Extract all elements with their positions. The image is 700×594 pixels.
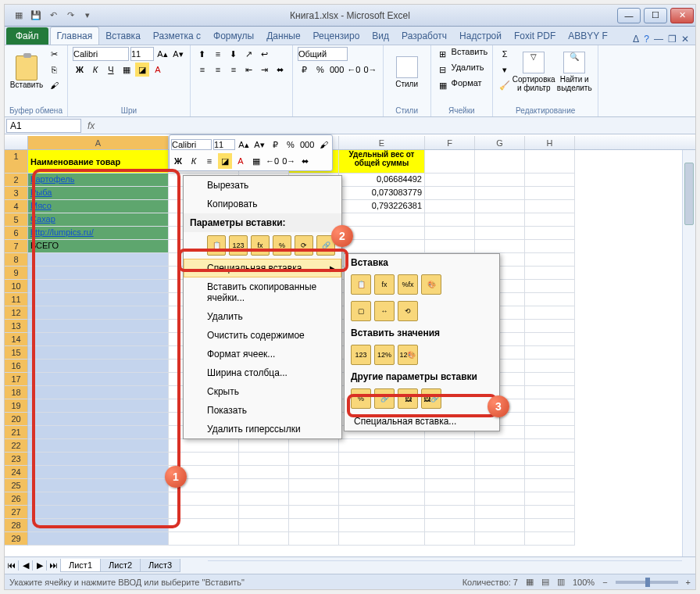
font-color-icon[interactable]: A — [151, 63, 165, 77]
cell[interactable] — [525, 373, 575, 386]
cell[interactable]: 0,073083779 — [339, 187, 425, 200]
cell[interactable] — [28, 386, 169, 399]
cell[interactable] — [169, 439, 239, 453]
cell[interactable] — [339, 240, 425, 253]
ctx-paste-special[interactable]: Специальная вставка...▶ — [184, 259, 341, 277]
cell[interactable] — [525, 187, 575, 200]
cell[interactable] — [525, 399, 575, 413]
zoom-in-icon[interactable]: + — [686, 578, 691, 587]
delete-cells-button[interactable]: Удалить — [452, 63, 484, 77]
row-header[interactable]: 14 — [5, 333, 28, 346]
cell[interactable] — [425, 453, 475, 466]
view-normal-icon[interactable]: ▦ — [526, 577, 534, 587]
paste-values-icon[interactable]: 123 — [229, 235, 248, 256]
fill-color-icon[interactable]: ◪ — [135, 63, 149, 77]
cell[interactable] — [475, 227, 525, 240]
vertical-scrollbar[interactable] — [682, 150, 695, 556]
grow-font-icon[interactable]: A▴ — [155, 47, 170, 61]
sub-values-icon[interactable]: 123 — [351, 345, 371, 365]
indent-inc-icon[interactable]: ⇥ — [258, 63, 272, 77]
cell[interactable] — [425, 174, 475, 187]
cell[interactable] — [425, 240, 475, 253]
clear-icon[interactable]: 🧹 — [498, 78, 512, 92]
align-bottom-icon[interactable]: ⬇ — [227, 47, 241, 61]
sheet-tab-2[interactable]: Лист2 — [100, 559, 141, 572]
cell[interactable] — [525, 519, 575, 532]
inc-decimal-icon[interactable]: ←0 — [346, 63, 361, 77]
mini-shrink-font-icon[interactable]: A▾ — [252, 137, 266, 152]
sort-filter-button[interactable]: ▽ Сортировка и фильтр — [515, 47, 552, 97]
row-header[interactable]: 4 — [5, 200, 28, 213]
cell[interactable] — [425, 532, 475, 546]
sheet-nav-next[interactable]: ▶ — [33, 560, 47, 571]
percent-icon[interactable]: % — [313, 63, 327, 77]
cell[interactable] — [525, 426, 575, 439]
mini-bold-icon[interactable]: Ж — [171, 153, 185, 169]
ctx-insert-cells[interactable]: Вставить скопированные ячейки... — [184, 277, 341, 307]
sub-paste-noborder-icon[interactable]: ▢ — [351, 301, 371, 321]
mini-percent-icon[interactable]: % — [284, 137, 298, 152]
cell[interactable]: Удельный вес от общей суммы — [339, 150, 425, 174]
redo-icon[interactable]: ↷ — [62, 8, 78, 23]
wrap-text-icon[interactable]: ↩ — [258, 47, 272, 61]
row-header[interactable]: 13 — [5, 320, 28, 333]
row-header[interactable]: 20 — [5, 413, 28, 426]
sub-paste-colwidth-icon[interactable]: ↔ — [374, 301, 395, 321]
ctx-copy[interactable]: Копировать — [184, 195, 341, 213]
bold-icon[interactable]: Ж — [73, 63, 87, 77]
zoom-out-icon[interactable]: − — [602, 578, 607, 587]
doc-close-icon[interactable]: ✕ — [681, 34, 689, 45]
cell[interactable] — [339, 213, 425, 227]
cell[interactable] — [425, 506, 475, 519]
cell[interactable] — [289, 453, 339, 466]
mini-merge-icon[interactable]: ⬌ — [298, 153, 312, 169]
ctx-col-width[interactable]: Ширина столбца... — [184, 363, 341, 382]
select-all-corner[interactable] — [5, 136, 28, 149]
col-header-a[interactable]: A — [28, 136, 169, 149]
row-header[interactable]: 19 — [5, 399, 28, 413]
row-header[interactable]: 1 — [5, 150, 28, 174]
sub-paste-special-item[interactable]: Специальная вставка... — [345, 412, 499, 431]
format-cells-button[interactable]: Формат — [452, 78, 482, 92]
align-top-icon[interactable]: ⬆ — [195, 47, 209, 61]
cell[interactable] — [339, 492, 425, 506]
sheet-nav-last[interactable]: ⏭ — [47, 560, 61, 571]
tab-abbyy[interactable]: ABBYY F — [562, 27, 613, 45]
cell[interactable] — [525, 439, 575, 453]
cell[interactable] — [475, 439, 525, 453]
mini-fill-icon[interactable]: ◪ — [218, 153, 232, 169]
cell[interactable] — [425, 187, 475, 200]
mini-format-painter-icon[interactable]: 🖌 — [316, 137, 330, 152]
col-header-e[interactable]: E — [339, 136, 425, 149]
cell[interactable] — [169, 532, 239, 546]
align-middle-icon[interactable]: ≡ — [211, 47, 225, 61]
find-select-button[interactable]: 🔍 Найти и выделить — [555, 47, 593, 97]
mini-dec-decimal-icon[interactable]: ←0 — [265, 153, 280, 169]
cell[interactable] — [425, 213, 475, 227]
cell[interactable] — [525, 492, 575, 506]
paste-all-icon[interactable]: 📋 — [207, 235, 226, 256]
save-icon[interactable]: 💾 — [28, 8, 44, 23]
cell[interactable] — [339, 519, 425, 532]
cell[interactable] — [289, 532, 339, 546]
cell[interactable]: ВСЕГО — [28, 240, 169, 253]
comma-icon[interactable]: 000 — [329, 63, 345, 77]
cell[interactable] — [28, 519, 169, 532]
cell[interactable] — [525, 227, 575, 240]
delete-cells-icon[interactable]: ⊟ — [436, 63, 450, 77]
tab-insert[interactable]: Вставка — [99, 27, 147, 45]
cell[interactable] — [239, 453, 289, 466]
cell[interactable] — [28, 360, 169, 373]
row-header[interactable]: 11 — [5, 293, 28, 306]
maximize-button[interactable]: ☐ — [644, 8, 667, 23]
dec-decimal-icon[interactable]: 0→ — [362, 63, 377, 77]
cell[interactable]: Рыба — [28, 187, 169, 200]
help-icon[interactable]: ? — [644, 34, 649, 45]
row-header[interactable]: 15 — [5, 346, 28, 360]
cell[interactable] — [525, 150, 575, 174]
cell[interactable] — [169, 506, 239, 519]
cell[interactable] — [239, 479, 289, 492]
cell[interactable] — [169, 492, 239, 506]
cell[interactable]: 0,06684492 — [339, 174, 425, 187]
mini-currency-icon[interactable]: ₽ — [268, 137, 282, 152]
